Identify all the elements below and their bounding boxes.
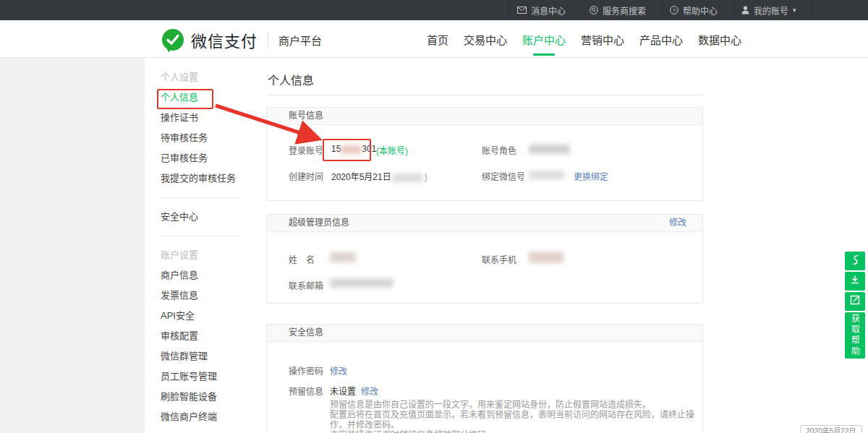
sidebar-section-personal-settings: 个人设置 — [145, 67, 250, 87]
floating-help-widget: 获取帮助 — [845, 252, 865, 359]
sidebar-item-personal-info[interactable]: 个人信息 — [145, 87, 250, 108]
title-divider — [266, 95, 703, 95]
nav-account-center[interactable]: 账户中心 — [522, 32, 566, 47]
topbar-menu: 消息中心 服务商搜索 ? 帮助中心 我的账号 ▾ — [505, 0, 809, 20]
sidebar-item-api-security[interactable]: API安全 — [145, 306, 250, 326]
redacted-admin-name — [330, 252, 356, 262]
login-account-value: 15301 — [331, 144, 376, 154]
account-role-label: 账号角色 — [482, 144, 516, 156]
reserve-info-value: 未设置 — [330, 385, 356, 397]
mail-icon — [517, 7, 527, 14]
reserve-modify-link[interactable]: 修改 — [361, 385, 378, 397]
nav-marketing-center[interactable]: 营销中心 — [581, 32, 624, 47]
nav-home[interactable]: 首页 — [427, 32, 448, 47]
redacted-created-time — [393, 173, 423, 182]
panel-title: 安全信息 — [289, 325, 323, 341]
created-time-label: 创建时间 — [289, 170, 323, 182]
main-content: 个人信息 账号信息 登录账号 15301 (本账号) 账号角色 创建时间 202… — [266, 58, 703, 433]
operation-password-label: 操作密码 — [289, 364, 323, 377]
topbar: 消息中心 服务商搜索 ? 帮助中心 我的账号 ▾ — [0, 0, 868, 20]
reserve-info-description: 预留信息是由你自己设置的一段文字，用来鉴定网站身份，防止假冒网站造成损失。 配置… — [330, 400, 695, 433]
topbar-item-label: 帮助中心 — [683, 4, 718, 17]
security-info-panel-header: 安全信息 — [267, 325, 702, 342]
download-button[interactable] — [845, 272, 865, 291]
brand-name: 微信支付 — [191, 28, 258, 51]
sidebar-divider — [161, 236, 240, 236]
account-info-panel: 账号信息 登录账号 15301 (本账号) 账号角色 创建时间 2020年5月2… — [266, 107, 703, 201]
search-icon — [590, 6, 598, 14]
login-account-label: 登录账号 — [289, 144, 323, 156]
bound-wechat-label: 绑定微信号 — [482, 170, 525, 182]
admin-name-label: 姓 名 — [289, 253, 315, 265]
sidebar-item-merchant-terminal[interactable]: 微信商户终端 — [145, 407, 250, 427]
feedback-button[interactable] — [845, 292, 865, 311]
description-line: 配置后将在首页及充值页面显示。若未看到预留信息，表明当前访问的网站存在风险，请终… — [330, 410, 695, 430]
main-nav: 首页 交易中心 账户中心 营销中心 产品中心 数据中心 — [427, 20, 741, 58]
sidebar-item-reviewed[interactable]: 已审核任务 — [145, 148, 250, 168]
admin-phone-label: 联系手机 — [482, 253, 516, 265]
change-binding-link[interactable]: 更换绑定 — [574, 170, 608, 182]
help-icon: ? — [670, 6, 678, 14]
description-line: 预留信息是由你自己设置的一段文字，用来鉴定网站身份，防止假冒网站造成损失。 — [330, 400, 695, 410]
contact-button[interactable] — [845, 252, 865, 270]
redacted-account-role — [529, 145, 570, 154]
page-title: 个人信息 — [268, 71, 314, 88]
sidebar-item-merchant-info[interactable]: 商户信息 — [145, 265, 250, 286]
user-icon — [741, 6, 749, 14]
brand[interactable]: 微信支付 商户平台 — [162, 28, 322, 51]
sidebar: 个人设置 个人信息 操作证书 待审核任务 已审核任务 我提交的审核任务 安全中心… — [145, 58, 250, 433]
admin-modify-link[interactable]: 修改 — [669, 215, 686, 231]
sidebar-item-pending-review[interactable]: 待审核任务 — [145, 128, 250, 148]
reserve-info-label: 预留信息 — [289, 385, 323, 397]
admin-email-label: 联系邮箱 — [289, 279, 323, 291]
download-icon — [850, 275, 860, 288]
redacted-admin-phone — [529, 252, 563, 263]
account-info-panel-header: 账号信息 — [267, 108, 702, 125]
topbar-my-account[interactable]: 我的账号 ▾ — [729, 0, 809, 20]
sidebar-item-my-submitted-review[interactable]: 我提交的审核任务 — [145, 168, 250, 189]
admin-info-panel: 超级管理员信息 修改 姓 名 联系手机 联系邮箱 — [266, 214, 703, 304]
topbar-item-label: 消息中心 — [531, 4, 566, 17]
feedback-icon — [850, 295, 860, 308]
redacted-wechat-id — [529, 171, 565, 179]
topbar-message-center[interactable]: 消息中心 — [505, 0, 577, 20]
admin-info-panel-header: 超级管理员信息 修改 — [267, 215, 702, 232]
nav-transaction-center[interactable]: 交易中心 — [464, 32, 507, 47]
description-line: 未安装操作证书时预留信息将被部分掩码。 — [330, 430, 695, 433]
topbar-provider-search[interactable]: 服务商搜索 — [577, 0, 658, 20]
contact-icon — [851, 254, 860, 268]
security-info-panel: 安全信息 操作密码 修改 预留信息 未设置 修改 预留信息是由你自己设置的一段文… — [266, 324, 703, 433]
sidebar-item-operation-cert[interactable]: 操作证书 — [145, 108, 250, 128]
topbar-item-label: 我的账号 — [754, 4, 788, 17]
redacted-admin-email — [330, 278, 393, 288]
page-left-gutter — [0, 58, 145, 433]
topbar-help-center[interactable]: ? 帮助中心 — [658, 0, 729, 20]
header: 微信支付 商户平台 首页 交易中心 账户中心 营销中心 产品中心 数据中心 — [0, 20, 868, 58]
nav-product-center[interactable]: 产品中心 — [639, 32, 683, 47]
redacted-login-digits — [341, 145, 362, 154]
svg-text:?: ? — [673, 7, 676, 14]
sidebar-item-face-device[interactable]: 刷脸智能设备 — [145, 387, 250, 407]
sidebar-item-staff-account[interactable]: 员工账号管理 — [145, 366, 250, 387]
panel-title: 账号信息 — [289, 108, 323, 124]
date-chip: 2020年5月22日 — [800, 425, 862, 433]
current-account-tag: (本账号) — [376, 144, 408, 156]
sidebar-item-security-center[interactable]: 安全中心 — [145, 207, 250, 227]
nav-data-center[interactable]: 数据中心 — [698, 32, 741, 47]
wechat-pay-logo-icon — [162, 29, 184, 51]
sidebar-item-invoice-info[interactable]: 发票信息 — [145, 286, 250, 306]
sidebar-section-account-settings: 账户设置 — [145, 245, 250, 265]
sidebar-item-review-config[interactable]: 审核配置 — [145, 326, 250, 346]
sidebar-item-wechat-group[interactable]: 微信群管理 — [145, 346, 250, 366]
created-time-value: 2020年5月21日) — [331, 170, 427, 182]
password-modify-link[interactable]: 修改 — [330, 364, 347, 377]
chevron-down-icon: ▾ — [793, 7, 796, 14]
panel-title: 超级管理员信息 — [289, 215, 349, 231]
sidebar-divider — [161, 197, 240, 198]
brand-subtitle: 商户平台 — [278, 33, 322, 48]
brand-separator — [268, 33, 268, 47]
get-help-button[interactable]: 获取帮助 — [845, 312, 865, 359]
topbar-item-label: 服务商搜索 — [603, 4, 646, 17]
